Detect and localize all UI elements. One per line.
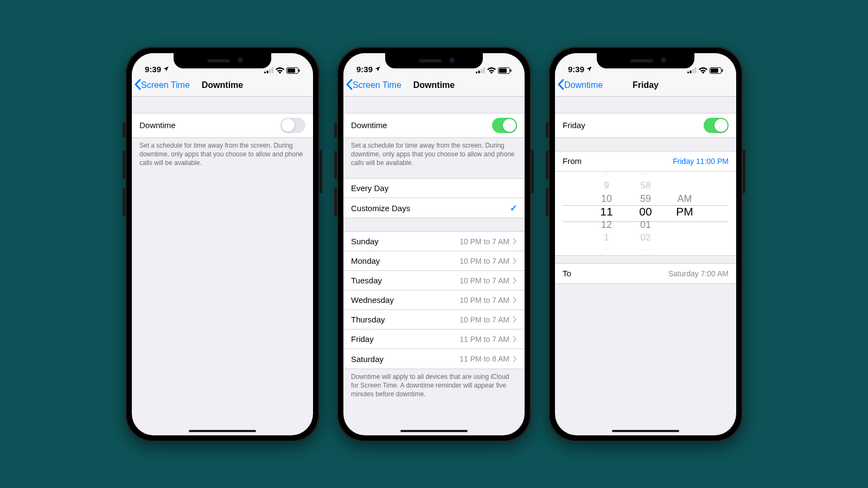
- location-arrow-icon: [374, 66, 381, 72]
- day-row-monday[interactable]: Monday 10 PM to 7 AM: [343, 251, 525, 271]
- chevron-right-icon: [513, 316, 517, 323]
- picker-ampm[interactable]: . . AM PM . . .: [674, 174, 695, 250]
- chevron-left-icon: [557, 79, 564, 92]
- day-label: Wednesday: [351, 295, 394, 305]
- day-range: 10 PM to 7 AM: [459, 276, 509, 285]
- friday-switch[interactable]: [704, 118, 729, 133]
- chevron-right-icon: [513, 238, 517, 245]
- from-row[interactable]: From Friday 11:00 PM: [555, 151, 736, 171]
- location-arrow-icon: [163, 66, 169, 72]
- svg-rect-13: [510, 69, 512, 72]
- phone-3: 9:39 Downtime F: [548, 47, 743, 442]
- day-label: Tuesday: [351, 276, 382, 285]
- day-range: 10 PM to 7 AM: [459, 315, 509, 324]
- to-label: To: [563, 269, 571, 278]
- battery-icon: [710, 67, 723, 74]
- content-area: Friday From Friday 11:00 PM 8 9: [555, 97, 736, 435]
- svg-rect-0: [264, 72, 266, 73]
- picker-minutes[interactable]: 57 58 59 00 01 02 03: [635, 174, 656, 250]
- chevron-left-icon: [346, 79, 353, 92]
- phone-1: 9:39 Screen Time: [125, 47, 320, 442]
- svg-rect-19: [711, 68, 718, 73]
- day-row-wednesday[interactable]: Wednesday 10 PM to 7 AM: [343, 290, 525, 310]
- downtime-switch[interactable]: [280, 118, 305, 133]
- customize-days-row[interactable]: Customize Days ✓: [343, 198, 525, 218]
- back-label: Screen Time: [141, 80, 190, 90]
- chevron-right-icon: [513, 335, 517, 343]
- chevron-right-icon: [513, 296, 517, 303]
- day-range: 10 PM to 7 AM: [459, 296, 509, 305]
- downtime-label: Downtime: [139, 121, 176, 130]
- day-row-sunday[interactable]: Sunday 10 PM to 7 AM: [343, 232, 525, 251]
- phone-2: 9:39 Screen Time: [337, 47, 531, 442]
- downtime-row: Downtime: [132, 113, 313, 137]
- wifi-icon: [276, 67, 284, 74]
- svg-rect-10: [483, 67, 485, 73]
- svg-rect-2: [269, 69, 271, 73]
- svg-rect-5: [288, 68, 295, 73]
- svg-rect-15: [690, 71, 692, 73]
- every-day-row[interactable]: Every Day: [343, 179, 525, 198]
- content-area: Downtime Set a schedule for time away fr…: [343, 97, 525, 435]
- svg-rect-14: [687, 72, 689, 73]
- svg-rect-7: [476, 72, 477, 73]
- nav-bar: Screen Time Downtime: [343, 75, 525, 97]
- home-indicator[interactable]: [189, 430, 256, 432]
- cellular-signal-icon: [687, 67, 697, 73]
- svg-rect-3: [272, 67, 273, 73]
- home-indicator[interactable]: [400, 430, 468, 432]
- screen-downtime-off: 9:39 Screen Time: [132, 53, 313, 435]
- notch: [174, 53, 271, 68]
- wifi-icon: [487, 67, 496, 74]
- status-time: 9:39: [145, 65, 161, 74]
- from-value: Friday 11:00 PM: [673, 157, 729, 166]
- downtime-switch[interactable]: [492, 118, 517, 133]
- chevron-right-icon: [513, 257, 517, 264]
- location-arrow-icon: [586, 66, 592, 72]
- svg-rect-8: [478, 71, 480, 73]
- back-button[interactable]: Screen Time: [346, 75, 401, 96]
- picker-hours[interactable]: 8 9 10 11 12 1 2: [596, 174, 617, 250]
- friday-label: Friday: [563, 121, 585, 130]
- back-label: Downtime: [564, 80, 603, 90]
- svg-rect-12: [499, 68, 507, 73]
- content-area: Downtime Set a schedule for time away fr…: [132, 97, 313, 435]
- battery-icon: [286, 67, 300, 74]
- cellular-signal-icon: [264, 67, 273, 73]
- day-label: Sunday: [351, 237, 379, 246]
- back-button[interactable]: Downtime: [557, 75, 603, 96]
- to-row[interactable]: To Saturday 7:00 AM: [555, 264, 736, 283]
- customize-days-label: Customize Days: [351, 204, 410, 213]
- svg-rect-17: [695, 67, 697, 73]
- back-label: Screen Time: [353, 80, 401, 90]
- day-range: 11 PM to 8 AM: [459, 354, 509, 363]
- every-day-label: Every Day: [351, 183, 388, 193]
- downtime-row: Downtime: [343, 113, 525, 137]
- friday-row: Friday: [555, 113, 736, 137]
- status-time: 9:39: [356, 65, 373, 74]
- day-row-friday[interactable]: Friday 11 PM to 7 AM: [343, 329, 525, 349]
- home-indicator[interactable]: [612, 430, 679, 432]
- day-range: 10 PM to 7 AM: [459, 257, 509, 265]
- svg-rect-20: [722, 69, 723, 72]
- svg-rect-16: [692, 69, 694, 73]
- day-row-thursday[interactable]: Thursday 10 PM to 7 AM: [343, 310, 525, 329]
- day-label: Saturday: [351, 354, 384, 364]
- day-row-tuesday[interactable]: Tuesday 10 PM to 7 AM: [343, 271, 525, 290]
- screen-friday-picker: 9:39 Downtime F: [555, 53, 736, 435]
- to-value: Saturday 7:00 AM: [668, 269, 729, 278]
- svg-rect-6: [299, 69, 300, 72]
- day-range: 10 PM to 7 AM: [459, 237, 509, 246]
- downtime-footer: Set a schedule for time away from the sc…: [343, 138, 525, 168]
- status-time: 9:39: [568, 65, 584, 74]
- wifi-icon: [699, 67, 707, 74]
- day-label: Monday: [351, 256, 380, 265]
- checkmark-icon: ✓: [510, 203, 517, 213]
- day-label: Thursday: [351, 315, 385, 324]
- svg-rect-1: [267, 71, 269, 73]
- time-picker[interactable]: 8 9 10 11 12 1 2 57 58 59 00 01 02: [555, 172, 736, 256]
- chevron-right-icon: [513, 277, 517, 284]
- back-button[interactable]: Screen Time: [134, 75, 190, 96]
- notch: [597, 53, 694, 68]
- day-row-saturday[interactable]: Saturday 11 PM to 8 AM: [343, 349, 525, 369]
